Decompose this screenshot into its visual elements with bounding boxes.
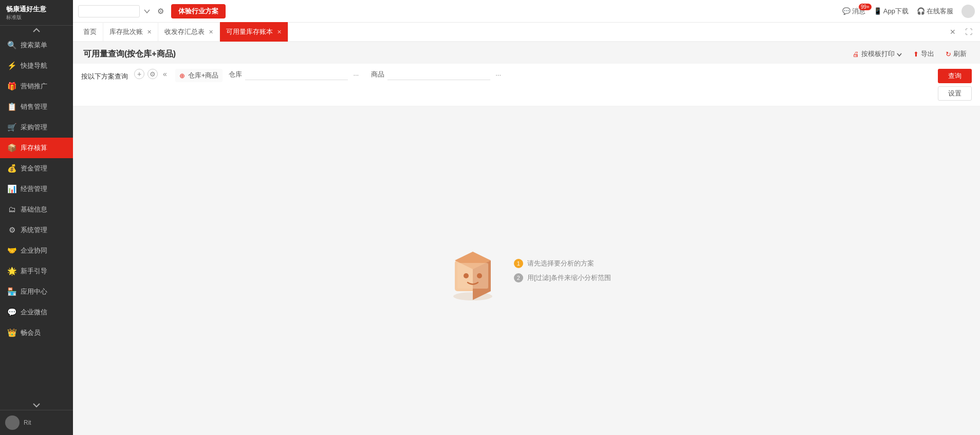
sidebar-item-newbie[interactable]: 🌟 新手引导 — [0, 261, 73, 281]
sidebar-item-system[interactable]: ⚙ 系统管理 — [0, 220, 73, 240]
print-label: 按模板打印 — [861, 49, 895, 59]
warehouse-more-btn[interactable]: ··· — [351, 70, 361, 80]
user-area[interactable] — [961, 5, 975, 18]
sidebar-item-shortcut[interactable]: ⚡ 快捷导航 — [0, 55, 73, 76]
tab-batch-label: 库存批次账 — [109, 27, 143, 36]
sidebar-item-label: 畅会员 — [21, 328, 41, 337]
main-area: ⚙ 体验行业方案 💬 消息 99+ 📱 App下载 🎧 在线客服 — [73, 0, 980, 435]
store-icon: 🏪 — [7, 287, 16, 296]
sidebar-item-label: 采购管理 — [21, 123, 47, 132]
hint-1: 1 请先选择要分析的方案 — [514, 259, 611, 268]
tab-available[interactable]: 可用量库存账本 ✕ — [220, 22, 288, 42]
sidebar-item-sales[interactable]: 📋 销售管理 — [0, 97, 73, 117]
sidebar-item-operation[interactable]: 📊 经营管理 — [0, 179, 73, 199]
scheme-icon: ⊕ — [179, 72, 185, 80]
tab-batch[interactable]: 库存批次账 ✕ — [103, 22, 158, 42]
topbar-right: 💬 消息 99+ 📱 App下载 🎧 在线客服 — [842, 5, 975, 18]
sidebar-item-purchase[interactable]: 🛒 采购管理 — [0, 117, 73, 138]
sidebar-item-enterprise[interactable]: 🤝 企业协同 — [0, 240, 73, 261]
sidebar-item-finance[interactable]: 💰 资金管理 — [0, 158, 73, 179]
tab-batch-close[interactable]: ✕ — [147, 29, 152, 35]
sidebar-item-label: 企业微信 — [21, 308, 47, 317]
tab-home[interactable]: 首页 — [77, 22, 103, 42]
sidebar-scroll-down[interactable] — [0, 401, 73, 410]
manage-scheme-btn[interactable]: ⚙ — [147, 69, 158, 79]
tabs-bar: 首页 库存批次账 ✕ 收发存汇总表 ✕ 可用量库存账本 ✕ ✕ ⛶ — [73, 23, 980, 42]
goods-input[interactable] — [387, 69, 490, 80]
goods-label: 商品 — [371, 70, 384, 79]
user-avatar — [5, 415, 20, 430]
sidebar-header: 畅康通好生意 标准版 — [0, 0, 73, 26]
warehouse-input[interactable] — [245, 69, 348, 80]
filter-fields: 仓库 ··· 商品 ··· — [229, 69, 932, 80]
message-btn[interactable]: 💬 消息 99+ — [842, 7, 865, 16]
sidebar-item-appstore[interactable]: 🏪 应用中心 — [0, 281, 73, 302]
sidebar-item-member[interactable]: 👑 畅会员 — [0, 323, 73, 343]
export-btn[interactable]: ⬆ 导出 — [910, 48, 937, 60]
add-scheme-btn[interactable]: + — [134, 69, 144, 79]
empty-svg — [442, 242, 504, 304]
handshake-icon: 🤝 — [7, 246, 16, 255]
sidebar-item-label: 搜索菜单 — [21, 41, 47, 50]
warehouse-label: 仓库 — [229, 70, 242, 79]
hint-1-text: 请先选择要分析的方案 — [527, 259, 594, 268]
headset-icon: 🎧 — [917, 7, 925, 15]
scheme-item-warehouse-goods[interactable]: ⊕ 仓库+商品 — [175, 69, 223, 82]
topbar-search-input[interactable] — [78, 5, 140, 17]
sidebar-item-marketing[interactable]: 🎁 营销推广 — [0, 76, 73, 97]
sidebar-item-search[interactable]: 🔍 搜索菜单 — [0, 35, 73, 55]
sidebar-item-basic[interactable]: 🗂 基础信息 — [0, 199, 73, 220]
sidebar-item-inventory[interactable]: 📦 库存核算 — [0, 138, 73, 158]
query-area: 按以下方案查询 + ⚙ « ⊕ 仓库+商品 仓库 ··· 商品 · — [73, 64, 980, 106]
svg-point-5 — [464, 273, 469, 278]
topbar-search-area: ⚙ — [78, 5, 167, 17]
topbar-dropdown-btn[interactable] — [142, 6, 152, 16]
settings-btn[interactable]: 设置 — [938, 86, 972, 101]
tab-available-close[interactable]: ✕ — [277, 29, 282, 35]
empty-illustration — [442, 242, 498, 299]
brand-tag: 标准版 — [6, 14, 67, 21]
hint-2: 2 用[过滤]条件来缩小分析范围 — [514, 273, 611, 282]
message-badge: 99+ — [859, 4, 872, 10]
files-icon: 🗂 — [7, 205, 16, 214]
user-name: Rit — [24, 419, 31, 426]
sidebar-item-label: 企业协同 — [21, 246, 47, 255]
star-icon: 🌟 — [7, 267, 16, 276]
online-service-btn[interactable]: 🎧 在线客服 — [917, 7, 953, 16]
sidebar-item-label: 新手引导 — [21, 267, 47, 276]
empty-texts: 1 请先选择要分析的方案 2 用[过滤]条件来缩小分析范围 — [514, 259, 611, 282]
query-actions: 查询 设置 — [938, 69, 972, 101]
tab-expand-btn[interactable]: ⛶ — [961, 26, 976, 37]
topbar: ⚙ 体验行业方案 💬 消息 99+ 📱 App下载 🎧 在线客服 — [73, 0, 980, 23]
print-icon: 🖨 — [853, 50, 859, 58]
print-dropdown-icon[interactable] — [897, 50, 902, 58]
scheme-item-label: 仓库+商品 — [188, 71, 219, 80]
inventory-icon: 📦 — [7, 143, 16, 153]
sidebar: 畅康通好生意 标准版 🔍 搜索菜单 ⚡ 快捷导航 🎁 营销推广 📋 销售管理 🛒… — [0, 0, 73, 435]
sidebar-item-wechat[interactable]: 💬 企业微信 — [0, 302, 73, 323]
refresh-btn[interactable]: ↻ 刷新 — [942, 48, 970, 60]
print-btn[interactable]: 🖨 按模板打印 — [849, 48, 905, 60]
topbar-gear-btn[interactable]: ⚙ — [154, 6, 167, 17]
sidebar-item-label: 销售管理 — [21, 102, 47, 111]
filter-goods: 商品 ··· — [371, 69, 503, 80]
tab-available-label: 可用量库存账本 — [226, 27, 273, 36]
sidebar-item-label: 基础信息 — [21, 205, 47, 214]
collapse-sidebar-btn[interactable]: « — [161, 69, 169, 79]
tab-summary[interactable]: 收发存汇总表 ✕ — [158, 22, 220, 42]
sidebar-scroll-up[interactable] — [0, 26, 73, 35]
search-icon: 🔍 — [7, 41, 16, 50]
exp-industry-btn[interactable]: 体验行业方案 — [171, 4, 226, 18]
chart-icon: 📊 — [7, 184, 16, 194]
tabs-end-btns: ✕ ⛶ — [946, 26, 976, 37]
goods-more-btn[interactable]: ··· — [493, 70, 503, 80]
hint-2-text: 用[过滤]条件来缩小分析范围 — [527, 273, 611, 282]
app-download-btn[interactable]: 📱 App下载 — [874, 7, 909, 16]
sidebar-footer: Rit — [0, 410, 73, 435]
money-icon: 💰 — [7, 164, 16, 173]
tab-close-current-btn[interactable]: ✕ — [946, 26, 959, 37]
tab-summary-close[interactable]: ✕ — [209, 29, 213, 35]
query-btn[interactable]: 查询 — [938, 69, 972, 83]
tab-home-label: 首页 — [83, 27, 97, 36]
refresh-icon: ↻ — [946, 50, 951, 58]
